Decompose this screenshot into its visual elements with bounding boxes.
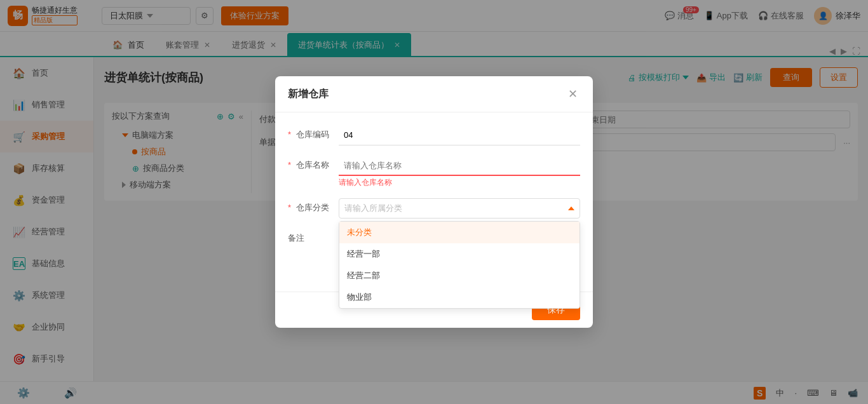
modal-close-btn[interactable]: ✕ bbox=[565, 86, 580, 102]
form-code-row: * 仓库编码 bbox=[288, 125, 580, 145]
category-field: 请输入所属分类 bbox=[339, 198, 580, 219]
modal-title: 新增仓库 bbox=[288, 88, 329, 101]
category-option-0[interactable]: 未分类 bbox=[339, 222, 580, 243]
code-label: * 仓库编码 bbox=[288, 125, 339, 140]
modal-body: * 仓库编码 * 仓库名称 请输入仓库名称 bbox=[275, 112, 593, 292]
note-label: 备注 bbox=[288, 229, 339, 244]
modal-dialog: 新增仓库 ✕ * 仓库编码 * 仓库名称 bbox=[275, 76, 593, 328]
code-input[interactable] bbox=[339, 125, 580, 145]
category-label: * 仓库分类 bbox=[288, 198, 339, 213]
modal-header: 新增仓库 ✕ bbox=[275, 76, 593, 112]
category-option-2[interactable]: 经营二部 bbox=[339, 265, 580, 286]
category-placeholder: 请输入所属分类 bbox=[344, 203, 402, 214]
chevron-up-icon bbox=[568, 206, 574, 210]
category-dropdown: 未分类 经营一部 经营二部 物业部 bbox=[339, 221, 580, 309]
required-star-code: * bbox=[288, 130, 291, 139]
name-field: 请输入仓库名称 bbox=[339, 156, 580, 188]
name-input[interactable] bbox=[339, 156, 580, 176]
name-label: * 仓库名称 bbox=[288, 156, 339, 171]
required-star-name: * bbox=[288, 160, 291, 170]
form-name-row: * 仓库名称 请输入仓库名称 bbox=[288, 156, 580, 188]
modal-overlay[interactable]: 新增仓库 ✕ * 仓库编码 * 仓库名称 bbox=[0, 0, 868, 404]
category-option-1[interactable]: 经营一部 bbox=[339, 243, 580, 265]
required-star-category: * bbox=[288, 203, 291, 212]
form-category-row: * 仓库分类 请输入所属分类 未分类 经营一部 经营二部 物业部 bbox=[288, 198, 580, 219]
code-field bbox=[339, 125, 580, 145]
category-input[interactable]: 请输入所属分类 bbox=[339, 198, 580, 219]
category-option-3[interactable]: 物业部 bbox=[339, 286, 580, 308]
name-error-msg: 请输入仓库名称 bbox=[339, 177, 580, 188]
